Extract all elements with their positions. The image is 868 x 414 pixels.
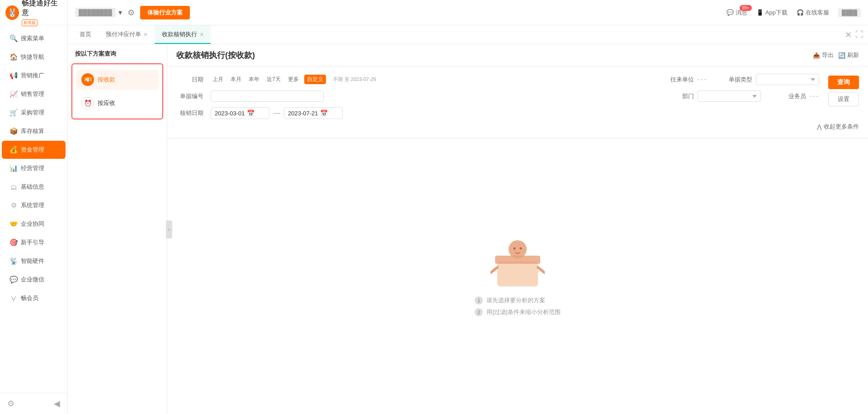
date-this-year[interactable]: 本年: [247, 75, 261, 84]
search-label: 搜索菜单: [21, 34, 44, 43]
tab-receive[interactable]: 收款核销执行 ×: [155, 25, 211, 44]
maximize-tab-icon[interactable]: ⛶: [855, 30, 863, 39]
option-by-receivable[interactable]: ⏰ 按应收: [76, 93, 159, 113]
counterparty-label: 往来单位: [667, 76, 694, 84]
counterparty-dots: ···: [698, 75, 707, 84]
refresh-button[interactable]: 🔄 刷新: [838, 51, 859, 59]
settings-icon[interactable]: ⚙: [7, 399, 14, 409]
search-icon: 🔍: [9, 34, 18, 43]
collapse-more-label: 收起更多条件: [824, 123, 859, 131]
export-icon: 📤: [813, 52, 820, 59]
voucher-no-input[interactable]: [211, 90, 324, 102]
dropdown-icon: ▾: [118, 8, 122, 17]
sidebar-item-inventory[interactable]: 📦 库存核算: [2, 122, 66, 140]
tab-receive-close[interactable]: ×: [200, 31, 203, 38]
business-icon: 📊: [9, 164, 18, 173]
option-by-receive[interactable]: 💴 按收款: [76, 70, 159, 90]
by-receivable-icon: ⏰: [81, 97, 94, 109]
verify-date-start[interactable]: 2023-03-01 📅: [211, 107, 269, 119]
marketing-label: 营销推广: [21, 71, 44, 80]
date-7days[interactable]: 近7天: [265, 75, 283, 84]
verify-date-start-value: 2023-03-01: [215, 110, 245, 117]
sidebar-item-member[interactable]: V 畅会员: [2, 289, 66, 307]
sidebar-item-company[interactable]: 🤝 企业协同: [2, 215, 66, 233]
collapse-sidebar-icon[interactable]: ◀: [54, 399, 60, 409]
refresh-label: 刷新: [847, 51, 859, 59]
top-header: ████████ ▾ ⚙ 体验行业方案 💬 消息 99+ 📱 App下载 🎧 在…: [68, 0, 868, 25]
voucher-type-select[interactable]: [756, 74, 819, 85]
sidebar-item-purchase[interactable]: 🛒 采购管理: [2, 104, 66, 122]
main-area: ████████ ▾ ⚙ 体验行业方案 💬 消息 99+ 📱 App下载 🎧 在…: [68, 0, 868, 414]
svg-line-5: [491, 267, 497, 273]
service-icon: 🎧: [797, 9, 804, 16]
wechat-icon: 💬: [9, 275, 18, 284]
date-custom[interactable]: 自定义: [304, 75, 326, 84]
hint-num-1: 1: [475, 296, 483, 305]
date-shortcuts: 上月 本月 本年 近7天 更多 自定义: [211, 75, 326, 84]
collapse-more-button[interactable]: ⋀ 收起更多条件: [176, 119, 859, 131]
hardware-label: 智能硬件: [21, 257, 44, 265]
tab-home-label: 首页: [80, 30, 91, 38]
tab-prepay-close[interactable]: ×: [144, 31, 147, 38]
logo-title: 畅捷通好生意: [22, 0, 62, 18]
voucher-no-label: 单据编号: [176, 92, 203, 100]
sidebar-item-basic[interactable]: 🗂 基础信息: [2, 178, 66, 196]
gear-button[interactable]: ⚙: [127, 8, 135, 18]
empty-hint-1-text: 请先选择要分析的方案: [486, 296, 545, 305]
by-receive-icon: 💴: [81, 73, 94, 86]
date-this-month[interactable]: 本月: [229, 75, 243, 84]
header-right: 💬 消息 99+ 📱 App下载 🎧 在线客服 ████: [726, 8, 861, 17]
sidebar-item-business[interactable]: 📊 经营管理: [2, 159, 66, 177]
online-service-button[interactable]: 🎧 在线客服: [797, 9, 829, 17]
sidebar-item-hardware[interactable]: 📡 智能硬件: [2, 252, 66, 270]
sales-icon: 📈: [9, 90, 18, 99]
sidebar-item-wechat[interactable]: 💬 企业微信: [2, 271, 66, 289]
sidebar-item-finance[interactable]: 💰 资金管理: [2, 141, 66, 159]
hint-num-2: 2: [475, 308, 483, 316]
sidebar-item-sales[interactable]: 📈 销售管理: [2, 85, 66, 103]
sidebar-item-marketing[interactable]: 📢 营销推广: [2, 67, 66, 85]
member-icon: V: [9, 294, 18, 303]
close-all-tabs-icon[interactable]: ✕: [845, 30, 852, 40]
sidebar-footer: ⚙ ◀: [0, 393, 67, 414]
wechat-label: 企业微信: [21, 276, 44, 284]
sidebar-item-beginner[interactable]: 🎯 新手引导: [2, 233, 66, 252]
date-last-month[interactable]: 上月: [211, 75, 225, 84]
dept-label: 部门: [667, 92, 694, 100]
date-more[interactable]: 更多: [286, 75, 301, 84]
query-options: 💴 按收款 ⏰ 按应收: [71, 63, 163, 119]
sidebar-item-quick-nav[interactable]: 🏠 快捷导航: [2, 48, 66, 66]
user-avatar[interactable]: ████: [838, 8, 861, 17]
collapse-left-panel-button[interactable]: «: [166, 220, 172, 238]
message-icon: 💬: [726, 9, 734, 16]
query-button[interactable]: 查询: [828, 76, 859, 89]
business-label: 经营管理: [21, 164, 44, 172]
right-panel: 收款核销执行(按收款) 📤 导出 🔄 刷新: [167, 44, 868, 414]
purchase-label: 采购管理: [21, 109, 44, 117]
sidebar-menu: 🔍 搜索菜单 🏠 快捷导航 📢 营销推广 📈 销售管理 🛒 采购管理 📦 库存核…: [0, 25, 67, 393]
company-icon: 🤝: [9, 219, 18, 228]
filter-area: 日期 上月 本月 本年 近7天 更多 自定义 不限 至 2023-07-26: [167, 67, 868, 138]
empty-svg: [491, 237, 545, 291]
download-icon: 📱: [756, 9, 764, 16]
tab-prepay[interactable]: 预付冲应付单 ×: [99, 25, 155, 44]
app-download-button[interactable]: 📱 App下载: [756, 9, 788, 17]
solution-button[interactable]: 体验行业方案: [140, 6, 190, 19]
export-button[interactable]: 📤 导出: [813, 51, 834, 59]
empty-state: 1 请先选择要分析的方案 2 用[过滤]条件来缩小分析范围: [167, 138, 868, 414]
message-button[interactable]: 💬 消息 99+: [726, 9, 747, 17]
setting-button[interactable]: 设置: [828, 92, 859, 106]
voucher-type-label: 单据类型: [725, 76, 752, 84]
verify-date-end[interactable]: 2023-07-21 📅: [284, 107, 343, 119]
company-selector[interactable]: ████████ ▾: [75, 8, 122, 17]
export-label: 导出: [822, 51, 834, 59]
sidebar-item-system[interactable]: ⚙ 系统管理: [2, 196, 66, 214]
header-left: ████████ ▾ ⚙ 体验行业方案: [75, 6, 190, 19]
dept-select[interactable]: [698, 90, 761, 102]
finance-icon: 💰: [9, 145, 18, 154]
tab-home[interactable]: 首页: [72, 25, 99, 44]
verify-date-label: 核销日期: [176, 109, 203, 117]
sidebar-item-search[interactable]: 🔍 搜索菜单: [2, 29, 66, 48]
tab-receive-label: 收款核销执行: [162, 30, 197, 38]
filter-row-2: 单据编号 部门 业务员: [176, 90, 819, 102]
